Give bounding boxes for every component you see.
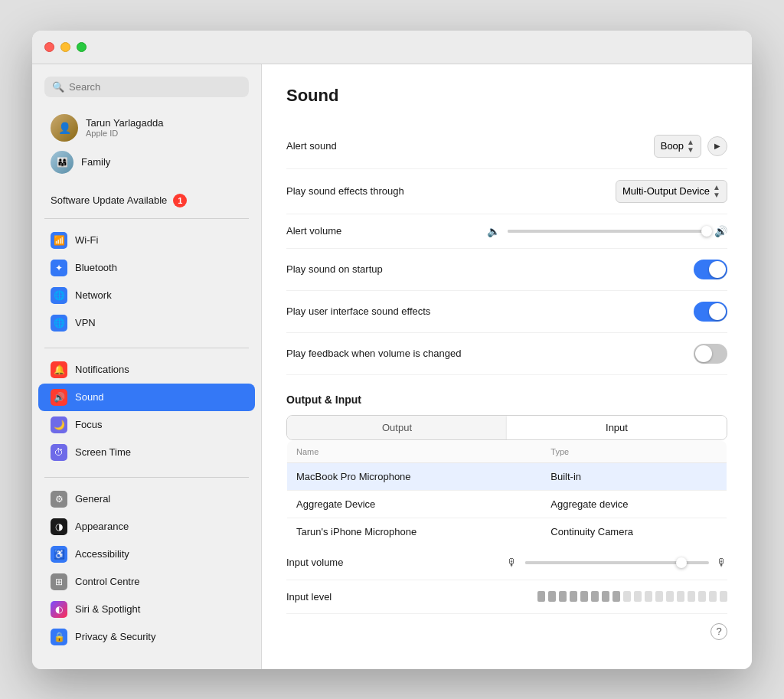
sidebar-item-focus-label: Focus [75, 419, 102, 430]
level-bar-3 [570, 591, 577, 602]
sidebar-item-sound-label: Sound [75, 391, 104, 403]
play-through-label: Play sound effects through [286, 185, 404, 197]
col-name: Name [287, 440, 542, 462]
sidebar-item-appearance[interactable]: ◑ Appearance [32, 513, 261, 541]
tab-bar: Output Input [286, 415, 727, 440]
sidebar-item-bluetooth[interactable]: ✦ Bluetooth [32, 254, 261, 282]
sidebar-item-vpn-label: VPN [75, 317, 96, 328]
play-ui-label: Play user interface sound effects [286, 305, 430, 317]
level-bar-10 [645, 591, 652, 602]
play-button[interactable]: ▶ [707, 136, 727, 156]
table-row[interactable]: Tarun's iPhone Microphone Continuity Cam… [287, 518, 727, 545]
focus-icon: 🌙 [51, 416, 67, 433]
play-feedback-toggle[interactable] [694, 344, 727, 364]
play-feedback-row: Play feedback when volume is changed [286, 333, 727, 375]
avatar: 👤 [51, 114, 78, 142]
avatar-initials: 👤 [58, 122, 71, 134]
col-type: Type [541, 440, 727, 462]
device-type-1: Aggregate device [541, 490, 727, 518]
sound-icon: 🔊 [51, 389, 67, 406]
sidebar-item-sound[interactable]: 🔊 Sound [38, 384, 255, 411]
tab-input[interactable]: Input [507, 416, 727, 439]
play-through-row: Play sound effects through Multi-Output … [286, 169, 727, 214]
main-panel: Sound Alert sound Boop ▲▼ ▶ Play sound e… [262, 64, 752, 669]
mic-high-icon: 🎙 [717, 557, 727, 569]
vpn-icon: 🌐 [51, 315, 67, 332]
user-name: Tarun Yarlagadda [86, 117, 163, 129]
sidebar-item-siri[interactable]: ◐ Siri & Spotlight [32, 596, 261, 623]
level-bar-15 [698, 591, 706, 602]
close-button[interactable] [44, 42, 54, 52]
network-icon: 🌐 [51, 287, 67, 304]
input-volume-slider[interactable] [525, 561, 709, 564]
level-bar-11 [655, 591, 663, 602]
sidebar: 🔍 👤 Tarun Yarlagadda Apple ID 👨‍👩‍� [32, 64, 262, 669]
minimize-button[interactable] [60, 42, 70, 52]
search-box[interactable]: 🔍 [44, 77, 249, 97]
search-input[interactable] [69, 81, 241, 93]
play-through-select[interactable]: Multi-Output Device ▲▼ [616, 180, 727, 203]
table-row[interactable]: MacBook Pro Microphone Built-in [287, 462, 727, 490]
help-button[interactable]: ? [710, 623, 727, 640]
sidebar-item-screentime-label: Screen Time [75, 446, 131, 458]
sidebar-item-network-label: Network [75, 289, 112, 301]
input-level-row: Input level [286, 580, 727, 614]
level-bar-8 [623, 591, 631, 602]
appearance-icon: ◑ [51, 518, 67, 535]
play-startup-toggle[interactable] [694, 260, 727, 279]
sidebar-item-controlcentre[interactable]: ⊞ Control Centre [32, 568, 261, 596]
level-bar-7 [612, 591, 620, 602]
level-bar-17 [720, 591, 727, 602]
search-icon: 🔍 [52, 81, 64, 93]
sidebar-item-bluetooth-label: Bluetooth [75, 262, 117, 273]
level-bar-13 [677, 591, 684, 602]
traffic-lights [44, 42, 87, 52]
alert-sound-value: Boop [661, 140, 684, 152]
sidebar-item-general[interactable]: ⚙ General [32, 485, 261, 513]
sidebar-item-screentime[interactable]: ⏱ Screen Time [32, 439, 261, 466]
sidebar-network-section: 📶 Wi-Fi ✦ Bluetooth 🌐 Network 🌐 VPN [32, 224, 261, 343]
sidebar-item-network[interactable]: 🌐 Network [32, 282, 261, 309]
output-input-heading: Output & Input [286, 394, 727, 406]
maximize-button[interactable] [77, 42, 87, 52]
wifi-icon: 📶 [51, 232, 67, 249]
controlcentre-icon: ⊞ [51, 573, 67, 590]
tab-output[interactable]: Output [287, 416, 507, 439]
alert-volume-slider[interactable] [508, 230, 707, 233]
sidebar-item-accessibility-label: Accessibility [75, 548, 129, 560]
device-name-0: MacBook Pro Microphone [287, 462, 542, 490]
sidebar-item-notifications-label: Notifications [75, 364, 129, 375]
select-arrows-2: ▲▼ [713, 184, 720, 199]
family-item[interactable]: 👨‍👩‍👧 Family [44, 146, 249, 178]
level-bar-0 [537, 591, 545, 602]
input-level-label: Input level [286, 591, 332, 603]
input-devices-table: Name Type MacBook Pro Microphone Built-i… [286, 440, 727, 546]
sidebar-item-privacy[interactable]: 🔒 Privacy & Security [32, 623, 261, 651]
level-bar-9 [634, 591, 642, 602]
play-through-value: Multi-Output Device [622, 185, 710, 197]
privacy-icon: 🔒 [51, 629, 67, 645]
play-ui-toggle[interactable] [694, 302, 727, 322]
input-volume-label: Input volume [286, 557, 343, 568]
level-bar-16 [709, 591, 717, 602]
level-bar-2 [559, 591, 567, 602]
sidebar-item-notifications[interactable]: 🔔 Notifications [32, 356, 261, 384]
level-bar-4 [580, 591, 588, 602]
window-content: 🔍 👤 Tarun Yarlagadda Apple ID 👨‍👩‍� [32, 64, 752, 669]
sidebar-item-focus[interactable]: 🌙 Focus [32, 411, 261, 439]
software-update-item[interactable]: Software Update Available 1 [32, 188, 261, 214]
user-profile-item[interactable]: 👤 Tarun Yarlagadda Apple ID [44, 109, 249, 146]
alert-volume-slider-row: 🔈 🔊 [487, 225, 727, 237]
sidebar-item-controlcentre-label: Control Centre [75, 576, 140, 587]
device-type-2: Continuity Camera [541, 518, 727, 545]
table-row[interactable]: Aggregate Device Aggregate device [287, 490, 727, 518]
alert-sound-select[interactable]: Boop ▲▼ [654, 135, 701, 158]
device-name-1: Aggregate Device [287, 490, 542, 518]
input-volume-slider-row: 🎙 🎙 [507, 557, 727, 569]
alert-volume-label: Alert volume [286, 225, 341, 237]
titlebar [32, 31, 752, 64]
device-name-2: Tarun's iPhone Microphone [287, 518, 542, 545]
sidebar-item-vpn[interactable]: 🌐 VPN [32, 309, 261, 337]
sidebar-item-wifi[interactable]: 📶 Wi-Fi [32, 227, 261, 254]
sidebar-item-accessibility[interactable]: ♿ Accessibility [32, 541, 261, 568]
